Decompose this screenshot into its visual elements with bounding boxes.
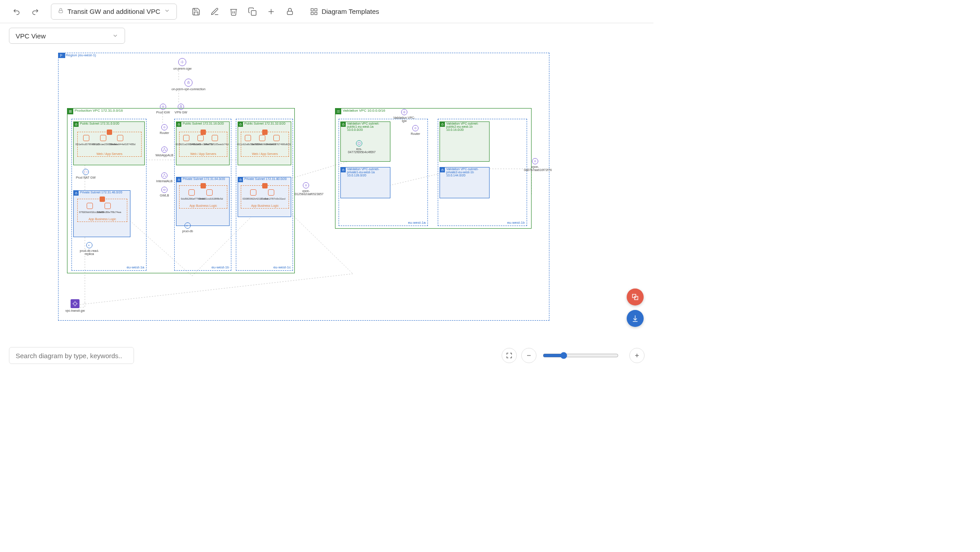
svg-point-39 [165,176,166,177]
chevron-down-icon [164,8,170,16]
cgw-label: on-prem-cgw [173,67,192,70]
svg-rect-5 [311,8,313,11]
templates-label: Diagram Templates [322,8,379,15]
svg-rect-45 [239,179,241,180]
add-button[interactable] [264,4,279,19]
vpn-icon [184,79,193,87]
node-transit-gw[interactable] [71,299,80,308]
subnet-icon [73,190,79,196]
node-router[interactable]: Router [153,124,176,134]
svg-rect-56 [635,297,638,300]
svg-point-46 [305,184,306,186]
public-subnet-b[interactable]: Public Subnet 172.31.16.0/20 018921a2001… [176,121,230,165]
svg-rect-29 [180,106,182,108]
svg-rect-50 [441,124,443,125]
ec2-instance[interactable] [100,135,106,141]
diagram-title: Transit GW and additional VPC [67,8,160,15]
svg-rect-55 [632,294,636,298]
ec2-instance[interactable] [83,135,89,141]
endpoint-icon [532,158,538,164]
node-read-replica[interactable]: R prod-db-read-replica [78,242,101,255]
view-row: VPC View [0,23,653,48]
svg-rect-51 [342,169,344,171]
node-vpce-right[interactable]: vpce-0a07a7aa616f72f76 [524,158,546,171]
zoom-slider[interactable] [543,352,619,359]
valid-priv-a[interactable]: Validation VPC-subnet-private1-eu-west-1… [340,167,390,198]
fullscreen-button[interactable] [502,348,517,363]
view-select[interactable]: VPC View [9,28,125,44]
asg-icon [100,197,105,202]
bottom-bar [0,343,653,368]
svg-point-38 [163,176,164,177]
diagram-templates-button[interactable]: Diagram Templates [310,8,379,16]
nat-icon [83,169,89,175]
node-internalalb[interactable]: InternalALB [153,172,176,183]
zoom-in-button[interactable] [629,348,645,363]
node-valid-router[interactable]: Router [404,125,427,135]
copy-button[interactable] [245,4,260,19]
chevron-down-icon [112,33,118,39]
svg-rect-42 [178,179,180,180]
undo-button[interactable] [9,4,24,19]
region-label: Region (eu-west-1) [66,53,96,57]
svg-point-54 [74,302,77,305]
svg-rect-41 [178,124,180,125]
igw-icon [160,104,166,110]
save-button[interactable] [188,4,204,19]
download-button[interactable] [627,310,644,327]
ec2-instance[interactable] [117,135,123,141]
private-subnet-a[interactable]: Private Subnet 172.31.48.0/20 07820bb932… [73,190,130,237]
node-nat-gw[interactable]: Prod NAT GW [75,169,97,179]
redo-button[interactable] [28,4,43,19]
node-ecs[interactable]: ecs-04772f095b4c4f097 [348,140,370,154]
diagram-canvas[interactable]: Region (eu-west-1) on-prem-cgw on-prem-v… [58,53,549,325]
node-gwlb[interactable]: GWLB [153,187,176,197]
group-web-c[interactable]: 011c62a8d5ddb89e7 0e7037ed9bf44ac08 0bc8… [241,132,289,157]
svg-point-49 [415,127,416,129]
valid-priv-b[interactable]: Validation VPC-subnet-private2-eu-west-1… [440,167,490,198]
ec2-instance[interactable] [105,203,111,209]
svg-point-53 [534,160,536,162]
node-vpce-left[interactable]: vpce-01258d2daf6523857 [295,182,317,196]
valid-pub-b[interactable]: Validation VPC-subnet-public2-eu-west-1b… [440,121,490,162]
svg-rect-0 [59,10,63,13]
node-vpn-gw[interactable]: VPN GW [170,104,192,114]
group-web-b[interactable]: 018921a200148a195 04011e6bc3d8d75d 04ef7… [179,132,227,157]
lock-diagram-button[interactable] [282,4,297,19]
search-input[interactable] [9,347,134,364]
svg-rect-52 [441,169,443,171]
private-subnet-b[interactable]: Private Subnet 172.31.64.0/20 0dd56296ef… [176,177,230,226]
svg-rect-44 [239,124,241,125]
diagram-select[interactable]: Transit GW and additional VPC [51,4,177,20]
az-a-label: eu-west-1a [126,265,144,269]
group-app-a[interactable]: 07820bb932cc2d689 06e69c80e7f8c74ea App … [77,199,127,222]
node-prod-db[interactable]: M prod-db [176,222,199,233]
ec2-instance[interactable] [87,203,93,209]
zoom-out-button[interactable] [521,348,536,363]
svg-text:R: R [88,244,90,247]
endpoint-icon [303,182,309,188]
az-b-label: eu-west-1b [211,265,229,269]
public-subnet-a[interactable]: Public Subnet 172.31.0.0/20 091e9cd57f89… [73,121,145,165]
svg-rect-4 [287,11,293,14]
node-on-prem-cgw[interactable]: on-prem-cgw [173,58,192,70]
subnet-label: Private Subnet 172.31.48.0/20 [80,191,122,194]
subnet-a-label: Public Subnet 172.31.0.0/20 [80,122,119,125]
private-subnet-c[interactable]: Private Subnet 172.31.80.0/20 03085992b4… [238,177,291,217]
asg-icon [107,130,112,135]
group-web-a[interactable]: 091e9cd57f89001c5 09122cae25958eeeb 09b8… [77,132,142,157]
view-label: VPC View [16,32,46,40]
edit-button[interactable] [207,4,222,19]
public-subnet-c[interactable]: Public Subnet 172.31.32.0/20 011c62a8d5d… [238,121,291,165]
region-flag-icon [58,53,65,58]
node-on-prem-vpn[interactable]: on-prem-vpn-connection [172,79,205,91]
ecs-icon [356,140,362,146]
svg-point-40 [163,189,165,190]
svg-point-37 [164,174,165,175]
svg-point-34 [164,148,165,149]
compare-button[interactable] [627,289,644,305]
node-webalb[interactable]: WebAppALB [153,146,176,157]
lock-icon [58,8,64,16]
svg-rect-1 [251,10,256,15]
delete-button[interactable] [226,4,241,19]
